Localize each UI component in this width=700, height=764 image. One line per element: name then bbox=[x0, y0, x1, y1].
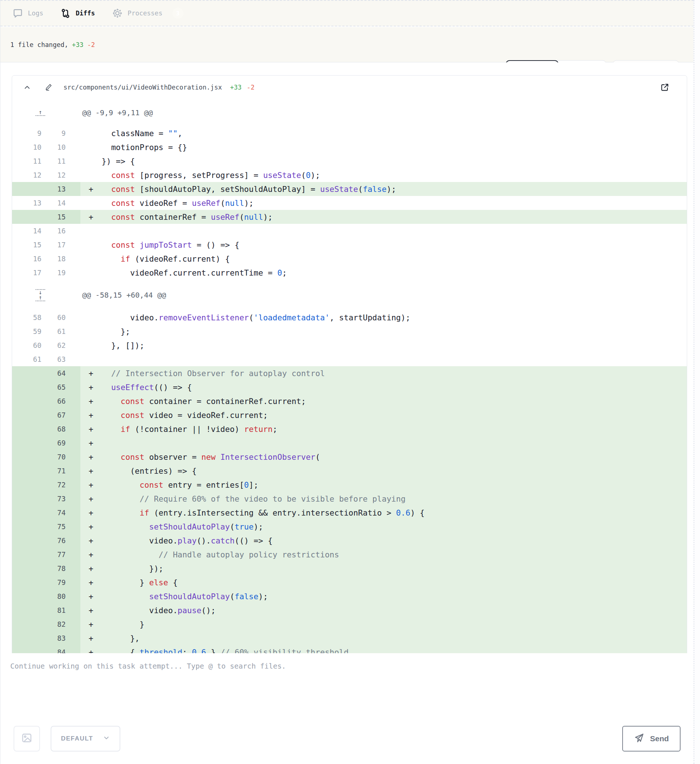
message-input[interactable] bbox=[10, 662, 682, 713]
line-number-gutter: 1719 bbox=[12, 266, 80, 280]
code-token: ); bbox=[253, 522, 263, 531]
new-line-number: 75 bbox=[41, 523, 66, 531]
code-token: const bbox=[111, 171, 135, 180]
new-line-number: 69 bbox=[41, 439, 66, 447]
tab-diffs[interactable]: Diffs bbox=[60, 8, 95, 19]
line-number-gutter: 75 bbox=[12, 520, 80, 534]
code-token: removeEventListener bbox=[158, 313, 249, 322]
tab-logs-label: Logs bbox=[28, 9, 43, 17]
code-token: return bbox=[244, 424, 273, 434]
code-token: } bbox=[206, 648, 220, 654]
code-token bbox=[102, 550, 158, 559]
code-token: } bbox=[102, 620, 145, 629]
diff-scroll-area[interactable]: src/components/ui/VideoWithDecoration.js… bbox=[0, 63, 694, 653]
code-line: const video = videoRef.current; bbox=[102, 408, 687, 422]
diff-row: 5961 }; bbox=[12, 324, 687, 338]
send-button[interactable]: Send bbox=[622, 726, 681, 751]
attach-image-button[interactable] bbox=[14, 726, 40, 751]
code-line: { threshold: 0.6 } // 60% visibility thr… bbox=[102, 645, 687, 653]
code-token: , startUpdating); bbox=[330, 313, 410, 322]
line-number-gutter: 78 bbox=[12, 561, 80, 575]
expander-dots bbox=[36, 115, 45, 116]
diff-row: 84+ { threshold: 0.6 } // 60% visibility… bbox=[12, 645, 687, 653]
scrollbar-track[interactable] bbox=[694, 0, 700, 764]
diff-row: 68+ if (!container || !video) return; bbox=[12, 422, 687, 436]
chat-bubble-icon bbox=[12, 8, 23, 19]
code-line: } bbox=[102, 617, 687, 631]
diff-toolbar: 1 file changed, +33 -2 Inline Split Coll… bbox=[0, 27, 694, 63]
new-line-number: 71 bbox=[41, 467, 66, 475]
code-token bbox=[102, 185, 111, 194]
code-token: (). bbox=[197, 536, 211, 545]
code-line: videoRef.current.currentTime = 0; bbox=[102, 266, 687, 280]
new-line-number: 76 bbox=[41, 537, 66, 545]
code-token: : bbox=[182, 648, 192, 654]
diff-row: 1517 const jumpToStart = () => { bbox=[12, 238, 687, 252]
new-line-number: 12 bbox=[41, 171, 66, 179]
line-number-gutter: 72 bbox=[12, 478, 80, 492]
diff-row: 1618 if (videoRef.current) { bbox=[12, 252, 687, 266]
code-token: false bbox=[234, 592, 258, 601]
line-number-gutter: 73 bbox=[12, 492, 80, 506]
code-token: } bbox=[102, 578, 149, 587]
added-line-marker: + bbox=[80, 383, 102, 392]
added-line-marker: + bbox=[80, 550, 102, 559]
line-number-gutter: 1212 bbox=[12, 168, 80, 182]
new-line-number: 78 bbox=[41, 564, 66, 573]
new-line-number: 62 bbox=[41, 341, 66, 349]
code-line: const containerRef = useRef(null); bbox=[102, 210, 687, 224]
paper-plane-icon bbox=[634, 733, 644, 745]
new-line-number: 82 bbox=[41, 620, 66, 628]
new-line-number: 68 bbox=[41, 425, 66, 433]
profile-select[interactable]: DEFAULT bbox=[51, 726, 120, 751]
old-line-number: 60 bbox=[12, 341, 41, 349]
files-changed-label: 1 file changed, bbox=[10, 41, 68, 49]
code-line: if (entry.isIntersecting && entry.inters… bbox=[102, 506, 687, 520]
code-token bbox=[102, 199, 111, 208]
code-token: // Require 60% of the video to be visibl… bbox=[140, 494, 406, 504]
diff-row: 72+ const entry = entries[0]; bbox=[12, 478, 687, 492]
line-number-gutter: 99 bbox=[12, 126, 80, 140]
tab-logs[interactable]: Logs bbox=[12, 8, 43, 19]
diff-row: 1111}) => { bbox=[12, 154, 687, 168]
code-token: 0 bbox=[277, 268, 282, 277]
processes-count-badge: 3 bbox=[172, 8, 183, 19]
new-line-number: 70 bbox=[41, 453, 66, 461]
diff-row: 6062 }, []); bbox=[12, 338, 687, 352]
code-token bbox=[102, 411, 121, 420]
hunk-expander: ↓↑ bbox=[36, 280, 45, 310]
new-line-number: 64 bbox=[41, 369, 66, 377]
code-token bbox=[102, 494, 140, 504]
expand-up-button[interactable]: ↑ bbox=[39, 295, 42, 300]
new-line-number: 73 bbox=[41, 495, 66, 503]
new-line-number: 72 bbox=[41, 481, 66, 489]
code-token: }); bbox=[102, 564, 163, 573]
code-token bbox=[102, 213, 111, 222]
open-external-icon[interactable] bbox=[660, 83, 669, 92]
code-token: , bbox=[178, 129, 182, 138]
line-number-gutter: 84 bbox=[12, 645, 80, 653]
collapse-file-chevron-icon[interactable] bbox=[23, 83, 31, 91]
added-line-marker: + bbox=[80, 508, 102, 517]
code-token: }; bbox=[102, 327, 130, 336]
code-token bbox=[102, 397, 121, 406]
diff-row: 74+ if (entry.isIntersecting && entry.in… bbox=[12, 506, 687, 520]
code-token: (!container || !video) bbox=[130, 424, 244, 434]
code-token: null bbox=[225, 199, 244, 208]
expand-up-button[interactable]: ↑ bbox=[39, 110, 42, 115]
code-line: // Require 60% of the video to be visibl… bbox=[102, 492, 687, 506]
old-line-number: 58 bbox=[12, 313, 41, 321]
code-token: ); bbox=[258, 592, 268, 601]
code-line: setShouldAutoPlay(true); bbox=[102, 520, 687, 534]
code-token: else bbox=[149, 578, 168, 587]
code-line bbox=[102, 352, 687, 366]
line-number-gutter: 1618 bbox=[12, 252, 80, 266]
old-line-number: 14 bbox=[12, 227, 41, 235]
line-number-gutter: 77 bbox=[12, 548, 80, 561]
code-token: [progress, setProgress] = bbox=[135, 171, 263, 180]
tab-processes[interactable]: Processes 3 bbox=[112, 8, 183, 19]
line-number-gutter: 70 bbox=[12, 450, 80, 464]
old-line-number: 16 bbox=[12, 255, 41, 263]
diff-row: 6163 bbox=[12, 352, 687, 366]
code-token: useState bbox=[263, 171, 301, 180]
